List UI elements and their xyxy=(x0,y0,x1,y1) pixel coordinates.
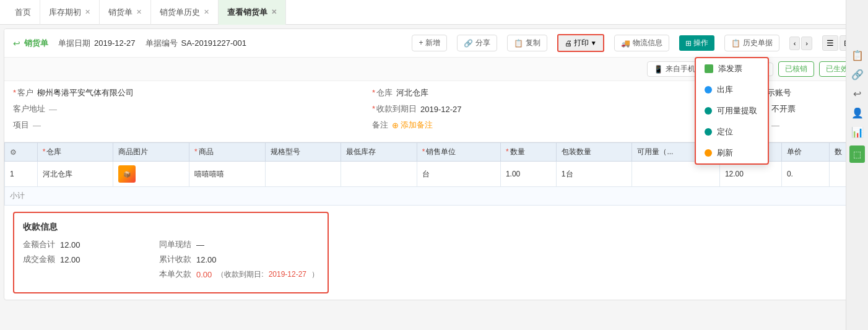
confirmed-badge: 已核销 xyxy=(778,61,814,77)
row-min-stock xyxy=(341,162,417,187)
sidebar-icon-2[interactable]: 🔗 xyxy=(851,69,864,80)
copy-button[interactable]: 📋 复制 xyxy=(507,35,547,51)
row-image: 📦 xyxy=(113,162,189,187)
sidebar-icon-3[interactable]: ↩ xyxy=(853,88,861,100)
doc-date-group: 单据日期 2019-12-27 xyxy=(58,38,136,49)
add-note-button[interactable]: ⊕ 添加备注 xyxy=(392,119,433,131)
tab-sales[interactable]: 销货单 ✕ xyxy=(100,0,151,25)
nav-arrows: ‹ › xyxy=(789,37,812,50)
table-header-product: 商品 xyxy=(189,143,265,162)
logistics-button[interactable]: 🚚 物流信息 xyxy=(614,35,669,51)
tab-view-sales-close[interactable]: ✕ xyxy=(271,8,277,16)
total-label: 金额合计 xyxy=(23,239,55,250)
due-value: 0.00 xyxy=(196,270,212,279)
table-header-unit: 销售单位 xyxy=(417,143,500,162)
row-qty[interactable]: 1.00 xyxy=(500,162,556,187)
row-num: 1 xyxy=(5,162,38,187)
sidebar-icon-4[interactable]: 👤 xyxy=(851,107,864,119)
dropdown-available-qty[interactable]: 可用量提取 xyxy=(696,100,768,121)
cumulative-value: 12.00 xyxy=(196,255,217,264)
note-field: 备注 ⊕ 添加备注 xyxy=(372,119,496,131)
due-date: 2019-12-27 xyxy=(269,270,306,279)
sidebar-icon-1[interactable]: 📋 xyxy=(851,50,864,61)
prev-button[interactable]: ‹ xyxy=(789,37,801,50)
row-warehouse: 河北仓库 xyxy=(37,162,113,187)
warehouse-label: 仓库 xyxy=(372,87,393,98)
due-close: ） xyxy=(311,269,319,280)
tab-sales-close[interactable]: ✕ xyxy=(136,8,142,16)
subtotal-label: 小计 xyxy=(5,187,864,206)
add-invoice-icon xyxy=(705,64,713,73)
add-icon: ⊕ xyxy=(392,121,399,130)
dropdown-locate[interactable]: 定位 xyxy=(696,121,768,142)
ticket-value[interactable]: 不开票 xyxy=(771,103,796,115)
total-field: 金额合计 12.00 xyxy=(23,239,134,250)
cumulative-field: 累计收款 12.00 xyxy=(159,254,271,265)
payment-date-value[interactable]: 2019-12-27 xyxy=(420,105,462,114)
transaction-value: 12.00 xyxy=(60,255,80,264)
row-product[interactable]: 嘻嘻嘻嘻 xyxy=(189,162,265,187)
view-list-button[interactable]: ☰ xyxy=(822,35,838,51)
payment-info-box: 收款信息 金额合计 12.00 同单现结 — 成交金额 12.00 累计收款 1… xyxy=(13,212,329,293)
transaction-field: 成交金额 12.00 xyxy=(23,254,134,265)
table-row: 1 河北仓库 📦 嘻嘻嘻嘻 台 1.00 1台 12.00 0. xyxy=(5,162,864,187)
note-label: 备注 xyxy=(372,119,388,131)
table-header-pkg-qty: 包装数量 xyxy=(556,143,632,162)
same-order-value: — xyxy=(196,240,204,250)
same-order-label: 同单现结 xyxy=(159,239,191,250)
tab-home[interactable]: 首页 xyxy=(6,0,40,25)
subtotal-row: 小计 xyxy=(5,187,864,206)
payment-row-2: 成交金额 12.00 累计收款 12.00 xyxy=(23,254,319,265)
table-header-qty: 数量 xyxy=(500,143,556,162)
ship-icon xyxy=(705,86,712,93)
payment-row-3: 本单欠款 0.00 （收款到期日: 2019-12-27 ） xyxy=(23,269,319,280)
print-button[interactable]: 🖨 打印 ▼ xyxy=(557,34,604,52)
address-label: 客户地址 xyxy=(13,103,45,115)
operation-button[interactable]: ⊞ 操作 xyxy=(679,35,714,51)
doc-header: ↩ 销货单 单据日期 2019-12-27 单据编号 SA-20191227-0… xyxy=(4,29,864,58)
row-spec xyxy=(265,162,341,187)
due-label: 本单欠款 xyxy=(159,269,191,280)
share-icon: 🔗 xyxy=(464,39,473,48)
new-button[interactable]: + 新增 xyxy=(412,35,446,51)
address-value: — xyxy=(49,105,57,114)
table-header-settings[interactable]: ⚙ xyxy=(5,143,38,162)
row-unit: 台 xyxy=(417,162,500,187)
customer-label: 客户 xyxy=(13,87,33,98)
mobile-button[interactable]: 📱 来自手机 xyxy=(647,61,702,77)
locate-icon xyxy=(705,128,712,136)
sidebar-icon-5[interactable]: 📊 xyxy=(851,126,864,138)
logistics-icon: 🚚 xyxy=(621,39,630,48)
dropdown-ship[interactable]: 出库 xyxy=(696,79,768,100)
tab-inventory[interactable]: 库存期初 ✕ xyxy=(40,0,100,25)
address-field: 客户地址 — xyxy=(13,103,137,115)
table-header-min-stock: 最低库存 xyxy=(341,143,417,162)
operation-icon: ⊞ xyxy=(685,39,692,48)
project-value: — xyxy=(33,121,41,130)
same-order-field: 同单现结 — xyxy=(159,239,271,250)
table-header-warehouse: 仓库 xyxy=(37,143,113,162)
total-value: 12.00 xyxy=(60,240,80,250)
product-thumbnail: 📦 xyxy=(118,165,136,183)
payment-date-field: 收款到期日 2019-12-27 xyxy=(372,103,496,115)
warehouse-value[interactable]: 河北仓库 xyxy=(396,87,428,98)
customer-value[interactable]: 柳州粤港平安气体有限公司 xyxy=(37,87,134,98)
tab-sales-history[interactable]: 销货单历史 ✕ xyxy=(151,0,219,25)
settings-icon[interactable]: ⚙ xyxy=(10,148,17,157)
tab-sales-history-close[interactable]: ✕ xyxy=(204,8,209,16)
dropdown-add-invoice[interactable]: 添发票 xyxy=(696,58,768,79)
payment-date-label: 收款到期日 xyxy=(372,103,417,115)
tab-view-sales[interactable]: 查看销货单 ✕ xyxy=(219,0,286,25)
dropdown-refresh[interactable]: 刷新 xyxy=(696,142,768,163)
share-button[interactable]: 🔗 分享 xyxy=(457,35,497,51)
history-button[interactable]: 📋 历史单据 xyxy=(724,35,779,51)
tab-inventory-close[interactable]: ✕ xyxy=(85,8,90,16)
sidebar-expand-button[interactable]: ⬚ xyxy=(849,145,865,163)
next-button[interactable]: › xyxy=(801,37,812,50)
payment-row-1: 金额合计 12.00 同单现结 — xyxy=(23,239,319,250)
row-price[interactable]: 0. xyxy=(781,162,829,187)
print-dropdown-arrow[interactable]: ▼ xyxy=(591,40,597,46)
table-header-image: 商品图片 xyxy=(113,143,189,162)
doc-type-icon: ↩ 销货单 xyxy=(13,38,48,49)
due-note: （收款到期日: xyxy=(217,269,263,280)
